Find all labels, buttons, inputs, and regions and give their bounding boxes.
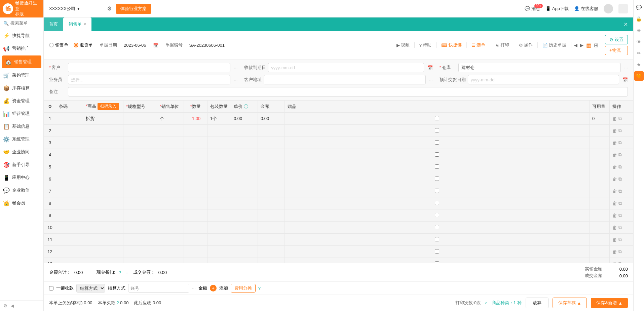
copy-icon[interactable]: ⧉ <box>618 188 622 194</box>
add-payment-button[interactable]: + <box>210 285 217 291</box>
cell-amount[interactable] <box>258 258 285 263</box>
cell-barcode[interactable] <box>56 149 83 161</box>
cell-amount[interactable] <box>258 185 285 197</box>
addr-more-icon[interactable]: ··· <box>429 77 433 82</box>
cell-price[interactable] <box>231 173 258 185</box>
cell-barcode[interactable] <box>56 125 83 137</box>
date-calendar-icon[interactable]: 📅 <box>153 43 158 48</box>
cell-qty[interactable] <box>184 137 207 149</box>
cell-barcode[interactable] <box>56 197 83 209</box>
cell-gift[interactable] <box>285 185 590 197</box>
delete-icon[interactable]: 🗑 <box>612 177 617 182</box>
category-label[interactable]: 商品种类：1 种 <box>492 300 522 306</box>
cell-amount[interactable] <box>258 125 285 137</box>
settings-button[interactable]: ⚙ 设置 <box>605 35 628 44</box>
cell-spec[interactable] <box>123 209 157 222</box>
scan-button[interactable]: 扫码录入 <box>98 103 119 110</box>
company-selector[interactable]: XXXXXX公司 ▾ <box>49 6 103 12</box>
col-settings-header[interactable]: ⚙ <box>44 101 56 113</box>
cell-gift[interactable] <box>285 161 590 173</box>
copy-icon[interactable]: ⧉ <box>618 212 622 218</box>
cell-product[interactable] <box>83 149 123 161</box>
cell-qty[interactable] <box>184 246 207 258</box>
cell-product[interactable] <box>83 234 123 246</box>
cell-unit[interactable] <box>157 137 184 149</box>
cell-gift[interactable] <box>285 246 590 258</box>
copy-icon[interactable]: ⧉ <box>618 249 622 255</box>
radio-return[interactable]: 退货单 <box>74 42 93 48</box>
one-click-pay-checkbox[interactable] <box>49 286 53 290</box>
cell-gift[interactable] <box>285 149 590 161</box>
cell-amount[interactable]: 0.00 <box>258 113 285 125</box>
cell-pkg[interactable] <box>207 234 231 246</box>
cell-product[interactable] <box>83 173 123 185</box>
bill-total-question[interactable]: ? <box>116 300 119 305</box>
delete-icon[interactable]: 🗑 <box>612 213 617 218</box>
cell-qty[interactable] <box>184 185 207 197</box>
sidebar-item-corp[interactable]: 🤝 企业协同 <box>0 146 43 158</box>
tool-history[interactable]: 📄 历史单据 <box>540 41 568 49</box>
logistics-button[interactable]: +物流 <box>605 46 628 55</box>
cell-spec[interactable] <box>123 125 157 137</box>
copy-icon[interactable]: ⧉ <box>618 200 622 206</box>
cell-pkg[interactable] <box>207 185 231 197</box>
copy-icon[interactable]: ⧉ <box>618 225 622 230</box>
cell-barcode[interactable] <box>56 246 83 258</box>
cell-pkg[interactable] <box>207 209 231 222</box>
copy-icon[interactable]: ⧉ <box>618 152 622 158</box>
cell-qty[interactable] <box>184 149 207 161</box>
cell-qty[interactable] <box>184 125 207 137</box>
tab-home[interactable]: 首页 <box>44 17 63 31</box>
delete-icon[interactable]: 🗑 <box>612 189 617 194</box>
warehouse-more-icon[interactable]: ··· <box>624 65 628 70</box>
save-dropdown-icon[interactable]: ▲ <box>618 301 622 306</box>
cell-gift[interactable] <box>285 197 590 209</box>
cell-price[interactable] <box>231 246 258 258</box>
cell-amount[interactable] <box>258 173 285 185</box>
cell-barcode[interactable] <box>56 161 83 173</box>
cell-unit[interactable] <box>157 197 184 209</box>
cell-spec[interactable] <box>123 222 157 234</box>
cell-qty[interactable] <box>184 209 207 222</box>
sidebar-item-apps[interactable]: 📱 应用中心 <box>0 171 43 184</box>
tool-select[interactable]: ☰ 选单 <box>469 41 487 49</box>
cell-amount[interactable] <box>258 209 285 222</box>
cell-price[interactable] <box>231 209 258 222</box>
cell-price[interactable] <box>231 197 258 209</box>
tool-operation[interactable]: ⚙ 操作 <box>517 41 535 49</box>
cell-qty[interactable] <box>184 161 207 173</box>
cell-product[interactable] <box>83 246 123 258</box>
cell-unit[interactable] <box>157 209 184 222</box>
sidebar-settings-btn[interactable]: ⚙ <box>3 303 7 308</box>
user-settings[interactable] <box>618 4 628 13</box>
customer-input[interactable] <box>68 63 230 72</box>
cell-spec[interactable] <box>123 185 157 197</box>
cell-barcode[interactable] <box>56 222 83 234</box>
cell-unit[interactable] <box>157 161 184 173</box>
expected-date-input[interactable] <box>468 75 619 84</box>
cell-unit[interactable] <box>157 222 184 234</box>
draft-dropdown-icon[interactable]: ▲ <box>577 301 581 306</box>
sidebar-item-sales[interactable]: 🏠 销售管理 <box>2 55 41 68</box>
delete-icon[interactable]: 🗑 <box>612 225 617 230</box>
cell-unit[interactable]: 个 <box>157 113 184 125</box>
cell-product[interactable] <box>83 209 123 222</box>
tabbar-close-icon[interactable]: ✕ <box>623 21 633 28</box>
cell-qty[interactable] <box>184 222 207 234</box>
cell-amount[interactable] <box>258 197 285 209</box>
nav-next-icon[interactable]: ▶ <box>580 43 583 48</box>
fee-question-icon[interactable]: ? <box>258 286 261 291</box>
remark-input[interactable] <box>68 87 628 96</box>
account-input[interactable] <box>128 284 189 293</box>
delete-icon[interactable]: 🗑 <box>612 237 617 242</box>
cell-unit[interactable] <box>157 246 184 258</box>
cell-price[interactable] <box>231 149 258 161</box>
cell-barcode[interactable] <box>56 258 83 263</box>
cell-unit[interactable] <box>157 234 184 246</box>
cell-price[interactable] <box>231 222 258 234</box>
cell-qty[interactable] <box>184 258 207 263</box>
cell-amount[interactable] <box>258 161 285 173</box>
cell-unit[interactable] <box>157 125 184 137</box>
nav-prev-icon[interactable]: ◀ <box>574 43 577 48</box>
cell-product[interactable] <box>83 222 123 234</box>
